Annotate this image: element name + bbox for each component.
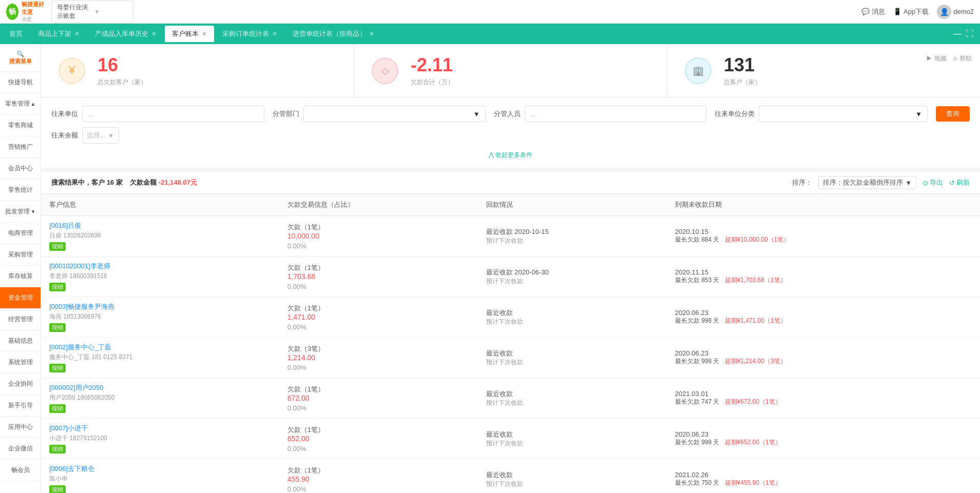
overdue-amount-6[interactable]: 超期¥455.90（1笔） <box>725 479 781 486</box>
sidebar-item-batch-mgmt[interactable]: 批发管理 ▼ <box>0 201 41 223</box>
sidebar-item-inventory[interactable]: 库存核算 <box>0 266 41 287</box>
debt-total-icon: ◇ <box>370 55 400 86</box>
dept-label: 分管部门 <box>273 109 299 119</box>
sort-select[interactable]: 排序：按欠款金额倒序排序 ▼ <box>818 176 916 189</box>
customer-name-5[interactable]: [0007]小进干 <box>49 424 271 433</box>
user-menu[interactable]: 👤 demo2 <box>937 5 974 19</box>
sidebar-item-enterprise-wechat[interactable]: 企业微信 <box>0 438 41 460</box>
sidebar-item-retail-mall[interactable]: 零售商城 <box>0 115 41 136</box>
debt-count-6: 欠款（1笔） <box>287 466 470 475</box>
sidebar-item-app-center[interactable]: 应用中心 <box>0 417 41 438</box>
debt-amount-0[interactable]: 10,000.00 <box>287 232 470 240</box>
overdue-amount-0[interactable]: 超期¥10,000.00（1笔） <box>725 236 790 243</box>
overdue-amount-4[interactable]: 超期¥672.00（1笔） <box>725 398 781 405</box>
content-area: ¥ 16 总欠款客户（家） ◇ -2.11 欠款合计（ <box>41 44 980 493</box>
overdue-days-5: 最长欠款 998 天 超期¥652.00（1笔） <box>675 438 972 447</box>
overdue-amount-3[interactable]: 超期¥1,214.00（3笔） <box>725 358 786 365</box>
tab-purchase-stats[interactable]: 进货单统计表（按商品） ✕ <box>285 26 381 42</box>
customer-name-0[interactable]: [0016]吕俊 <box>49 221 271 230</box>
search-icon: 🔍 <box>16 50 24 57</box>
customer-sub-5: 小进干 18279152100 <box>49 434 271 443</box>
overdue-amount-1[interactable]: 超期¥1,703.68（1笔） <box>725 277 786 284</box>
collapse-btn[interactable]: ⋀ 收起更多条件 <box>489 151 532 159</box>
video-btn[interactable]: ▶ 视频 <box>926 54 946 63</box>
overdue-amount-5[interactable]: 超期¥652.00（1笔） <box>725 439 781 446</box>
customer-name-4[interactable]: [000002]用户2050 <box>49 383 271 392</box>
tab-close-customer-account[interactable]: ✕ <box>202 30 207 37</box>
debt-amount-2[interactable]: 1,471.00 <box>287 313 470 321</box>
search-button[interactable]: 查询 <box>936 106 970 122</box>
latest-collect-0: 最近收款 2020-10-15 <box>486 227 659 236</box>
sidebar-item-retail-mgmt[interactable]: 零售管理 ▲ <box>0 93 41 115</box>
cell-collection-2: 最近收款 预计下次收款 <box>478 297 667 338</box>
sidebar-item-ecommerce[interactable]: 电商管理 <box>0 223 41 244</box>
stat-label-1: 总欠款客户（家） <box>98 78 147 87</box>
customer-name-3[interactable]: [0002]服务中心_丁磊 <box>49 343 271 352</box>
debt-amount-6[interactable]: 455.90 <box>287 475 470 483</box>
cell-debt-3: 欠款（3笔） 1,214.00 0.00% <box>279 338 478 378</box>
debt-amount-3[interactable]: 1,214.00 <box>287 353 470 362</box>
person-input[interactable]: ... <box>525 106 707 122</box>
sidebar-item-vip-member[interactable]: 畅会员 <box>0 460 41 481</box>
cell-collection-0: 最近收款 2020-10-15 预计下次收款 <box>478 216 667 257</box>
sidebar-item-system-mgmt[interactable]: 系统管理 <box>0 352 41 373</box>
table-row: [0001020001]李老师 李老师 18600391516 现销 欠款（1笔… <box>41 257 980 297</box>
batch-mgmt-arrow: ▼ <box>31 209 36 214</box>
sidebar-item-basic-info[interactable]: 基础信息 <box>0 330 41 352</box>
balance-select[interactable]: 选择... ▼ <box>82 127 119 144</box>
cell-customer-5: [0007]小进干 小进干 18279152100 现销 <box>41 419 279 459</box>
sidebar-item-search-menu[interactable]: 🔍 搜索菜单 <box>0 44 41 72</box>
tab-maximize-btn[interactable]: ⛶ <box>966 29 974 38</box>
sidebar-item-marketing[interactable]: 营销推广 <box>0 136 41 158</box>
tab-minimize-btn[interactable]: — <box>953 29 962 38</box>
cell-collection-3: 最近收款 预计下次收款 <box>478 338 667 378</box>
tab-close-production-history[interactable]: ✕ <box>151 30 157 37</box>
message-btn[interactable]: 💬 消息 <box>861 7 885 16</box>
from-unit-input[interactable]: ... <box>82 106 264 122</box>
latest-collect-5: 最近收款 <box>486 430 659 439</box>
col-header-debt: 欠款交易信息（占比） <box>279 194 478 216</box>
debt-amount-1[interactable]: 1,703.68 <box>287 272 470 281</box>
cell-due-3: 2020.06.23 最长欠款 998 天 超期¥1,214.00（3笔） <box>667 338 980 378</box>
customer-name-6[interactable]: [0006]去下粮仓 <box>49 464 271 474</box>
sidebar-item-purchase-mgmt[interactable]: 采购管理 <box>0 244 41 266</box>
tab-customer-account[interactable]: 客户账本 ✕ <box>165 26 214 42</box>
customer-sub-2: 海燕 18513066976 <box>49 312 271 321</box>
debt-ratio-6: 0.00% <box>287 485 470 493</box>
logo-sub: 示意 <box>22 16 47 23</box>
sidebar-item-business-mgmt[interactable]: 经营管理 <box>0 309 41 330</box>
help-btn[interactable]: ⊙ 帮助 <box>953 54 972 63</box>
latest-collect-2: 最近收款 <box>486 308 659 318</box>
debt-amount-4[interactable]: 672.00 <box>287 394 470 402</box>
app-download-btn[interactable]: 📱 App下载 <box>893 7 929 16</box>
sidebar-item-finance[interactable]: 资金管理 <box>0 287 41 309</box>
logo-area: 畅 畅捷通好生意 示意 <box>6 1 47 23</box>
user-avatar: 👤 <box>937 5 951 19</box>
tab-product-shelf[interactable]: 商品上下架 ✕ <box>31 26 87 42</box>
debt-count-0: 欠款（1笔） <box>287 223 470 232</box>
store-selector[interactable]: 母婴行业演示账套 ▼ <box>51 1 133 23</box>
sidebar-item-retail-stats[interactable]: 零售统计 <box>0 180 41 201</box>
dept-select[interactable]: ▼ <box>303 106 486 122</box>
customer-name-1[interactable]: [0001020001]李老师 <box>49 262 271 271</box>
export-btn[interactable]: ⊙ 导出 <box>923 178 943 187</box>
sidebar-item-enterprise-coop[interactable]: 企业协同 <box>0 373 41 395</box>
latest-collect-6: 最近收款 <box>486 470 659 480</box>
tab-purchase-order[interactable]: 采购订单统计表 ✕ <box>215 26 284 42</box>
sidebar-item-quick-nav[interactable]: 快捷导航 <box>0 72 41 93</box>
overdue-amount-2[interactable]: 超期¥1,471.00（1笔） <box>725 317 786 324</box>
debt-amount-5[interactable]: 652.00 <box>287 435 470 443</box>
customer-name-2[interactable]: [0003]畅捷服务尹海燕 <box>49 302 271 311</box>
tab-close-purchase-stats[interactable]: ✕ <box>369 30 374 37</box>
next-collect-6: 预计下次收款 <box>486 480 659 488</box>
sidebar-item-new-guide[interactable]: 新手引导 <box>0 395 41 417</box>
tab-production-history[interactable]: 产成品入库单历史 ✕ <box>88 26 164 42</box>
refresh-btn[interactable]: ↺ 刷新 <box>949 178 970 187</box>
latest-collect-3: 最近收款 <box>486 349 659 358</box>
sidebar: 🔍 搜索菜单 快捷导航 零售管理 ▲ 零售商城 营销推广 会员中心 零售统计 批… <box>0 44 41 493</box>
tab-home[interactable]: 首页 <box>2 26 30 42</box>
tab-close-purchase-order[interactable]: ✕ <box>272 30 277 37</box>
sidebar-item-member-center[interactable]: 会员中心 <box>0 158 41 180</box>
unit-classify-select[interactable]: ▼ <box>759 106 928 122</box>
tab-close-product-shelf[interactable]: ✕ <box>74 30 80 37</box>
